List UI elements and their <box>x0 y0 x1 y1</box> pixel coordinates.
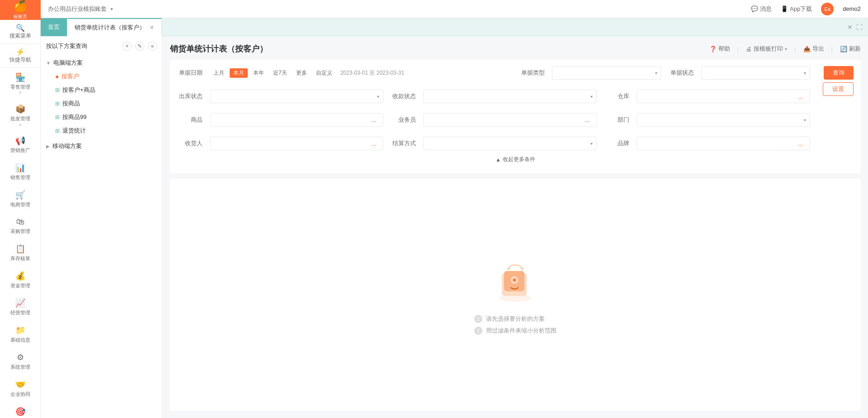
scheme-item-by-product99[interactable]: ⊞ 按商品99 <box>41 110 162 124</box>
date-label: 单据日期 <box>177 69 203 77</box>
sidebar-item-ecommerce[interactable]: 🛒 电商管理 <box>0 185 41 213</box>
panel-add-btn[interactable]: + <box>123 42 132 51</box>
user-name[interactable]: demo2 <box>843 5 861 12</box>
scheme-return-stat-label: 退货统计 <box>62 127 86 135</box>
scheme-group-desktop: ▼ 电脑端方案 ● 按客户 ⊞ 按客户+商品 ⊞ 按商品 ⊞ 按商品99 <box>41 56 162 138</box>
print-dropdown-arrow[interactable]: ▾ <box>785 47 787 52</box>
sidebar: 🍊 标账页 🔍 搜索菜单 ⚡ 快捷导航 🏪 零售管理 ▼ 📦 批发管理 ▲ 📢 … <box>0 0 41 418</box>
sidebar-item-operations[interactable]: 📈 经营管理 <box>0 294 41 321</box>
scheme-item-by-product[interactable]: ⊞ 按商品 <box>41 97 162 110</box>
desktop-group-arrow: ▼ <box>46 61 51 66</box>
sidebar-item-system[interactable]: ⚙ 系统管理 <box>0 348 41 375</box>
product-field[interactable]: ... <box>210 113 383 127</box>
tab-close-icon[interactable]: ✕ <box>150 24 154 31</box>
doc-status-arrow: ▾ <box>804 71 806 76</box>
finance-icon: 💰 <box>15 271 25 281</box>
scheme-by-customer-product-label: 按客户+商品 <box>62 86 95 94</box>
sidebar-item-purchase[interactable]: 🛍 采购管理 <box>0 213 41 239</box>
recipient-dots[interactable]: ... <box>368 139 379 148</box>
scheme-item-return-stat[interactable]: ⊞ 退货统计 <box>41 124 162 138</box>
app-download-label: App下载 <box>790 5 812 13</box>
sidebar-item-retail[interactable]: 🏪 零售管理 ▼ <box>0 68 41 100</box>
sidebar-item-enterprise[interactable]: 🤝 企业协同 <box>0 375 41 402</box>
product-dots[interactable]: ... <box>368 115 379 124</box>
user-avatar[interactable]: Ea <box>821 3 834 15</box>
panel-header-title: 按以下方案查询 <box>46 42 87 50</box>
scheme-item-by-customer-product[interactable]: ⊞ 按客户+商品 <box>41 83 162 97</box>
enterprise-icon: 🤝 <box>15 380 25 390</box>
print-icon: 🖨 <box>746 46 752 52</box>
app-download-icon: 📱 <box>781 5 788 12</box>
sidebar-item-operations-label: 经营管理 <box>10 309 30 316</box>
salesperson-field[interactable]: ... <box>423 113 597 127</box>
template-print-action[interactable]: 🖨 按模板打印 ▾ <box>746 45 787 53</box>
panel-collapse-btn[interactable]: « <box>148 42 157 51</box>
doc-type-select[interactable]: ▾ <box>552 66 661 80</box>
export-action[interactable]: 📤 导出 <box>803 45 824 53</box>
sidebar-item-inventory[interactable]: 📋 库存核算 <box>0 239 41 266</box>
template-print-label: 按模板打印 <box>754 45 783 53</box>
warehouse-dots[interactable]: ... <box>795 92 806 101</box>
settings-button[interactable]: 设置 <box>823 82 854 96</box>
date-btn-this-year[interactable]: 本年 <box>250 68 268 78</box>
scheme-item-by-customer[interactable]: ● 按客户 <box>41 70 162 83</box>
tab-home[interactable]: 首页 <box>41 18 67 36</box>
doc-status-select[interactable]: ▾ <box>701 66 810 80</box>
desktop-group-label: 电脑端方案 <box>53 59 83 67</box>
out-status-select[interactable]: ▾ <box>210 90 383 103</box>
close-window-icon[interactable]: ✕ <box>847 24 853 31</box>
salesperson-label: 业务员 <box>391 116 416 124</box>
settlement-label: 结算方式 <box>391 139 416 147</box>
tab-sales-stat[interactable]: 销货单统计计表（按客户） ✕ <box>67 18 162 36</box>
empty-icon <box>488 255 542 309</box>
brand-field[interactable]: ... <box>637 137 810 150</box>
query-btn-group: 查询 设置 <box>823 66 854 96</box>
message-action[interactable]: 💬 消息 <box>751 5 772 13</box>
settlement-arrow: ▾ <box>590 141 593 146</box>
date-btn-last7[interactable]: 近7天 <box>269 68 291 78</box>
filter-row-3: 商品 ... 业务员 ... 部门 <box>177 113 810 127</box>
date-btn-this-month[interactable]: 本月 <box>230 68 248 78</box>
sidebar-item-marketing[interactable]: 📢 营销推广 <box>0 131 41 158</box>
sidebar-item-sales[interactable]: 📊 销售管理 <box>0 158 41 185</box>
salesperson-dots[interactable]: ... <box>582 115 593 124</box>
payment-status-arrow: ▾ <box>590 94 593 99</box>
help-action[interactable]: ❓ 帮助 <box>709 45 730 53</box>
date-btn-custom[interactable]: 自定义 <box>312 68 336 78</box>
sidebar-item-newuser[interactable]: 🎯 新手引导 <box>0 402 41 418</box>
scheme-by-product-icon: ⊞ <box>55 100 60 107</box>
warehouse-field[interactable]: ... <box>637 90 810 103</box>
date-btn-more[interactable]: 更多 <box>292 68 311 78</box>
scheme-group-desktop-header[interactable]: ▼ 电脑端方案 <box>41 56 162 70</box>
filter-date-row: 单据日期 上月 本月 本年 近7天 更多 自定义 2023-03-01 至 20… <box>177 66 810 80</box>
sidebar-item-wholesale[interactable]: 📦 批发管理 ▲ <box>0 100 41 131</box>
query-button[interactable]: 查询 <box>824 66 854 80</box>
sidebar-search[interactable]: 🔍 搜索菜单 <box>0 20 41 44</box>
collapse-btn[interactable]: ▲ 收起更多条件 <box>490 154 541 165</box>
sidebar-item-system-label: 系统管理 <box>10 364 30 370</box>
sidebar-logo[interactable]: 🍊 标账页 <box>0 0 41 20</box>
logo-text: 标账页 <box>14 14 27 20</box>
recipient-field[interactable]: ... <box>210 137 383 150</box>
payment-status-select[interactable]: ▾ <box>423 90 597 103</box>
sidebar-item-wholesale-label: 批发管理 <box>10 115 30 122</box>
brand-dots[interactable]: ... <box>795 139 806 148</box>
sidebar-item-finance[interactable]: 💰 资金管理 <box>0 266 41 294</box>
date-btn-last-month[interactable]: 上月 <box>210 68 228 78</box>
department-select[interactable]: ▾ <box>637 113 810 127</box>
scheme-by-product99-icon: ⊞ <box>55 114 60 120</box>
header-title: 办公用品行业模拟账套 <box>48 5 107 13</box>
collapse-row: ▲ 收起更多条件 <box>177 152 854 167</box>
app-download-action[interactable]: 📱 App下载 <box>781 5 812 13</box>
ecommerce-icon: 🛒 <box>15 190 25 200</box>
sidebar-item-basic[interactable]: 📁 基础信息 <box>0 321 41 348</box>
sidebar-nav[interactable]: ⚡ 快捷导航 <box>0 44 41 68</box>
refresh-action[interactable]: 🔄 刷新 <box>840 45 861 53</box>
maximize-icon[interactable]: ⛶ <box>856 24 863 31</box>
sidebar-item-retail-label: 零售管理 <box>10 84 30 90</box>
panel-edit-btn[interactable]: ✎ <box>135 42 144 51</box>
settlement-select[interactable]: ▾ <box>423 137 597 150</box>
scheme-by-customer-label: 按客户 <box>61 72 79 81</box>
scheme-group-mobile-header[interactable]: ▶ 移动端方案 <box>41 139 162 153</box>
header-dropdown-icon[interactable]: ▾ <box>110 6 113 12</box>
